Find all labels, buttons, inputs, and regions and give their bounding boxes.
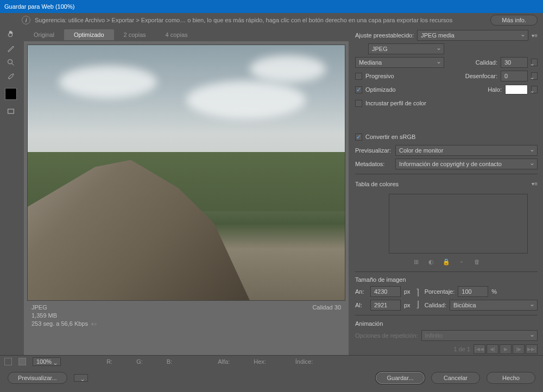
resample-label: Calidad:	[425, 302, 446, 308]
slice-visibility-icon[interactable]	[18, 358, 26, 365]
hex-readout: Hex:	[254, 358, 266, 365]
resample-select[interactable]: Bicúbica	[450, 300, 538, 311]
new-color-icon[interactable]: ▫	[458, 258, 465, 265]
save-button[interactable]: Guardar...	[376, 372, 425, 384]
tab-original[interactable]: Original	[24, 29, 64, 40]
last-frame-button: ▶▶|	[526, 344, 538, 354]
preview-filesize: 1,359 MB	[31, 312, 341, 320]
info-icon: i	[22, 16, 30, 24]
quality-label: Calidad:	[476, 59, 497, 66]
metadata-label: Metadatos:	[355, 161, 392, 167]
tab-2up[interactable]: 2 copias	[114, 29, 156, 40]
percent-label: Porcentaje:	[425, 288, 455, 295]
alpha-readout: Alfa:	[218, 358, 230, 365]
r-readout: R:	[106, 358, 112, 365]
foreground-color-swatch[interactable]	[5, 88, 17, 100]
optimized-checkbox[interactable]	[355, 86, 362, 93]
percent-input[interactable]	[458, 286, 488, 297]
hand-tool[interactable]	[4, 28, 18, 40]
frame-counter: 1 de 1	[453, 346, 470, 352]
format-select[interactable]: JPEG	[368, 43, 444, 54]
hint-text: Sugerencia: utilice Archivo > Exportar >…	[35, 17, 486, 23]
width-label: An:	[355, 288, 367, 295]
preview-tabs: Original Optimizado 2 copias 4 copias	[24, 28, 349, 41]
embed-profile-label: Incrustar perfil de color	[365, 100, 426, 106]
slice-toggle-icon[interactable]	[4, 358, 12, 365]
window-title: Guardar para Web (100%)	[4, 3, 74, 10]
tool-sidebar	[0, 27, 22, 355]
embed-profile-checkbox[interactable]	[355, 100, 362, 107]
preset-label: Ajuste preestablecido:	[355, 32, 414, 39]
svg-rect-1	[8, 109, 14, 113]
matte-dropdown[interactable]	[531, 86, 538, 93]
preview-quality: Calidad 30	[312, 304, 341, 311]
preset-select[interactable]: JPEG media	[417, 30, 528, 41]
hint-bar: i Sugerencia: utilice Archivo > Exportar…	[0, 13, 543, 27]
progressive-checkbox[interactable]	[355, 73, 362, 80]
svg-point-0	[8, 60, 12, 64]
height-input[interactable]	[370, 300, 401, 311]
slice-visibility-toggle[interactable]	[4, 105, 18, 117]
more-info-button[interactable]: Más info.	[490, 15, 538, 26]
quality-dropdown[interactable]	[531, 59, 538, 66]
prev-frame-button: ◀|	[487, 344, 498, 354]
loop-select: Infinito	[421, 330, 538, 341]
lock-color-icon[interactable]: ◐	[427, 258, 435, 265]
color-table-toolbar: ⊞ ◐ 🔒 ▫ 🗑	[355, 256, 538, 268]
width-input[interactable]	[370, 286, 401, 297]
play-button: ▶	[500, 344, 512, 354]
image-canvas[interactable]	[27, 45, 345, 301]
g-readout: G:	[136, 358, 143, 365]
browser-select[interactable]	[74, 374, 88, 382]
preview-download-time: 253 seg. a 56,6 Kbps	[31, 320, 88, 328]
tab-4up[interactable]: 4 copias	[156, 29, 198, 40]
preset-menu-icon[interactable]: ▾≡	[532, 33, 538, 39]
matte-color-swatch[interactable]	[505, 85, 528, 94]
tab-optimized[interactable]: Optimizado	[64, 29, 114, 40]
compression-select[interactable]: Mediana	[355, 57, 444, 68]
dialog-buttons: Previsualizar... Guardar... Cancelar Hec…	[0, 367, 543, 389]
preview-format: JPEG	[31, 304, 47, 311]
link-dimensions-icon-bottom[interactable]: ⌋	[414, 299, 421, 309]
zoom-select[interactable]: 100%	[33, 357, 61, 366]
blur-label: Desenfocar:	[465, 73, 497, 79]
image-size-title: Tamaño de imagen	[355, 275, 538, 284]
loop-label: Opciones de repetición:	[355, 332, 418, 339]
preview-button[interactable]: Previsualizar...	[8, 372, 67, 384]
blur-input[interactable]	[501, 71, 528, 81]
title-bar: Guardar para Web (100%)	[0, 0, 543, 13]
done-button[interactable]: Hecho	[487, 372, 535, 384]
preview-panel: Original Optimizado 2 copias 4 copias JP…	[22, 27, 352, 355]
bandwidth-menu-icon[interactable]: ▾≡	[91, 321, 97, 328]
cancel-button[interactable]: Cancelar	[431, 372, 480, 384]
b-readout: B:	[167, 358, 172, 365]
color-table-title: Tabla de colores	[355, 180, 399, 188]
optimized-label: Optimizado	[365, 86, 396, 93]
progressive-label: Progresivo	[365, 73, 394, 79]
metadata-select[interactable]: Información de copyright y de contacto	[395, 159, 538, 169]
link-dimensions-icon[interactable]: ⌉	[414, 287, 421, 298]
color-table	[389, 194, 528, 254]
eyedropper-tool[interactable]	[4, 71, 18, 83]
zoom-tool[interactable]	[4, 56, 18, 68]
blur-dropdown[interactable]	[531, 72, 538, 80]
convert-srgb-label: Convertir en sRGB	[365, 134, 415, 140]
animation-title: Animación	[355, 319, 538, 328]
height-label: Al:	[355, 302, 367, 308]
first-frame-button: |◀◀	[473, 344, 485, 354]
settings-panel: Ajuste preestablecido: JPEG media ▾≡ JPE…	[352, 27, 543, 355]
convert-srgb-checkbox[interactable]	[355, 134, 362, 141]
matte-label: Halo:	[488, 86, 502, 93]
snap-web-icon[interactable]: ⊞	[412, 258, 420, 265]
map-transparent-icon[interactable]: 🔒	[443, 258, 450, 265]
preview-mode-select[interactable]: Color de monitor	[395, 145, 538, 156]
preview-mode-label: Previsualizar:	[355, 147, 392, 154]
index-readout: Índice:	[295, 358, 313, 365]
next-frame-button: |▶	[513, 344, 525, 354]
quality-input[interactable]	[501, 57, 528, 68]
info-strip: 100% R: G: B: Alfa: Hex: Índice:	[0, 355, 543, 367]
slice-tool[interactable]	[4, 42, 18, 54]
color-table-menu-icon[interactable]: ▾≡	[532, 181, 538, 187]
delete-color-icon[interactable]: 🗑	[473, 258, 481, 265]
